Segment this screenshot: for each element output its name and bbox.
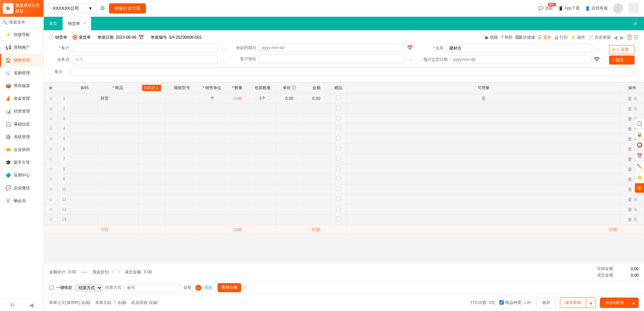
row-gift-cell[interactable] (330, 215, 347, 225)
prev-record-btn[interactable]: ◀ (613, 34, 617, 41)
row-qty-cell[interactable] (226, 114, 249, 124)
gift-checkbox[interactable] (336, 176, 341, 181)
discard-btn[interactable]: 放弃 (536, 298, 556, 308)
row-price-cell[interactable] (276, 134, 303, 144)
row-pack-cell[interactable] (249, 204, 276, 215)
row-gift-cell[interactable] (330, 154, 347, 164)
row-barcode-cell[interactable] (71, 194, 98, 204)
salesperson-more-icon[interactable]: ... (222, 57, 225, 62)
row-unit-cell[interactable] (199, 184, 226, 194)
row-pack-cell[interactable] (249, 194, 276, 204)
delete-row-btn[interactable]: 🗑 (628, 156, 632, 162)
row-barcode-cell[interactable] (71, 134, 98, 144)
tab-close-icon[interactable]: × (83, 21, 86, 26)
delete-row-btn[interactable]: 🗑 (628, 146, 632, 152)
row-amount-cell[interactable] (303, 104, 330, 114)
delete-row-btn[interactable]: 🗑 (628, 217, 632, 222)
row-unit-cell[interactable] (199, 204, 226, 215)
row-pack-cell[interactable] (249, 134, 276, 144)
table-container[interactable]: ⚙ 条码 * 商品 扫码录入 规 (44, 82, 644, 263)
row-product-cell[interactable] (98, 194, 138, 204)
row-amount-cell[interactable] (303, 174, 330, 184)
row-barcode-cell[interactable] (71, 114, 98, 124)
row-spec-cell[interactable] (165, 154, 199, 164)
online-service-btn[interactable]: 👤 在线客服 (585, 5, 608, 11)
tab-home[interactable]: 首页 (44, 17, 63, 30)
delete-row-btn[interactable]: 🗑 (628, 116, 632, 121)
gift-checkbox[interactable] (336, 156, 341, 161)
row-product-cell[interactable] (98, 184, 138, 194)
row-amount-cell[interactable] (303, 154, 330, 164)
row-qty-cell[interactable]: -1.00 (226, 93, 249, 104)
app-download-btn[interactable]: 📱 App下载 (558, 5, 580, 11)
row-settings-icon[interactable]: ⊙ (49, 197, 52, 202)
row-spec-cell[interactable] (165, 204, 199, 215)
row-unit-cell[interactable] (199, 144, 226, 154)
toolbar-print-btn[interactable]: 🖨 打印 (554, 35, 568, 40)
fee-split-help-icon[interactable]: ? (244, 285, 247, 290)
row-product-cell[interactable] (98, 204, 138, 215)
user-menu-btn[interactable] (629, 3, 639, 13)
row-pack-cell[interactable] (249, 184, 276, 194)
row-pack-cell[interactable]: 1个 (249, 93, 276, 104)
row-spec-cell[interactable] (165, 174, 199, 184)
row-unit-cell[interactable] (199, 124, 226, 134)
row-amount-cell[interactable] (303, 204, 330, 215)
receipt-calendar-icon[interactable]: 📅 (407, 45, 413, 50)
col-settings[interactable]: ⚙ (44, 83, 58, 93)
copy-row-btn[interactable]: ⎘ (634, 106, 637, 111)
row-price-cell[interactable] (276, 184, 303, 194)
row-gift-cell[interactable] (330, 204, 347, 215)
gift-checkbox[interactable] (336, 95, 341, 100)
row-barcode-cell[interactable] (71, 164, 98, 174)
row-product-cell[interactable] (98, 134, 138, 144)
row-product-cell[interactable] (98, 124, 138, 134)
row-unit-cell[interactable] (199, 164, 226, 174)
row-spec-cell[interactable] (165, 194, 199, 204)
row-unit-cell[interactable] (199, 154, 226, 164)
sidebar-item-apps[interactable]: 🔷 应用中心 (0, 169, 43, 182)
row-pack-cell[interactable] (249, 114, 276, 124)
row-amount-cell[interactable] (303, 114, 330, 124)
sidebar-item-quick-nav[interactable]: ⚡ 快捷导航 (0, 28, 43, 41)
row-gift-cell[interactable] (330, 194, 347, 204)
row-gift-cell[interactable] (330, 104, 347, 114)
sidebar-item-wechat[interactable]: 💬 企业微信 (0, 182, 43, 194)
row-amount-cell[interactable] (303, 184, 330, 194)
delete-row-btn[interactable]: 🗑 (628, 96, 632, 101)
row-unit-cell[interactable]: 个 (199, 93, 226, 104)
save-draft-dropdown-btn[interactable]: ▲ (586, 298, 596, 308)
row-price-cell[interactable] (276, 174, 303, 184)
float-action-btn[interactable]: 🔶 (635, 183, 644, 193)
gift-checkbox[interactable] (336, 146, 341, 151)
gift-checkbox[interactable] (336, 166, 341, 171)
row-unit-cell[interactable] (199, 114, 226, 124)
row-barcode-cell[interactable] (71, 204, 98, 215)
salesperson-input[interactable]: 选择... (72, 55, 218, 64)
delete-row-btn[interactable]: 🗑 (628, 166, 632, 172)
row-price-cell[interactable] (276, 204, 303, 215)
float-edit-btn[interactable]: ✏️ (635, 161, 644, 171)
row-price-cell[interactable] (276, 144, 303, 154)
row-gift-cell[interactable] (330, 184, 347, 194)
delete-row-btn[interactable]: 🗑 (628, 136, 632, 142)
gift-checkbox[interactable] (336, 126, 341, 130)
list-view-btn[interactable]: ☰ (627, 34, 632, 41)
float-clipboard-btn[interactable]: 📋 (635, 118, 644, 128)
one-click-checkbox[interactable] (49, 285, 53, 290)
add-payment-btn[interactable]: + (195, 285, 201, 291)
float-circle-btn[interactable]: ⭕ (635, 140, 644, 150)
row-spec-cell[interactable] (165, 114, 199, 124)
row-spec-cell[interactable] (165, 164, 199, 174)
row-product-cell[interactable] (98, 104, 138, 114)
row-price-cell[interactable] (276, 114, 303, 124)
delete-row-btn[interactable]: 🗑 (628, 207, 632, 212)
row-product-cell[interactable] (98, 174, 138, 184)
customer-more-icon[interactable]: ... (222, 46, 225, 50)
gift-checkbox[interactable] (336, 136, 341, 141)
row-price-cell[interactable] (276, 215, 303, 225)
row-barcode-cell[interactable] (71, 215, 98, 225)
remarks-input[interactable] (71, 67, 633, 76)
delete-row-btn[interactable]: 🗑 (628, 126, 632, 131)
row-price-cell[interactable] (276, 154, 303, 164)
